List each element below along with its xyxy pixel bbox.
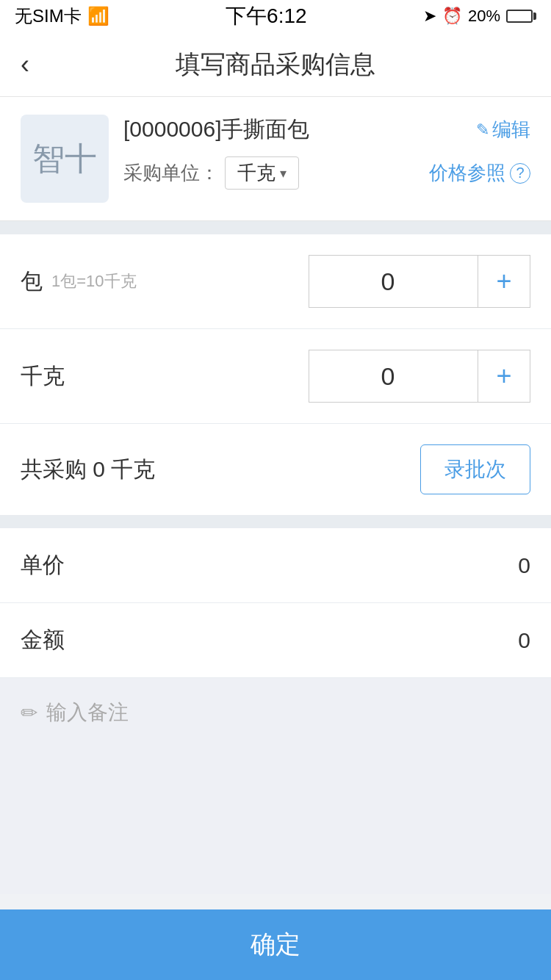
unit-price-row: 单价 0 (0, 528, 551, 603)
amount-row: 金额 0 (0, 603, 551, 678)
edit-icon: ✎ (476, 120, 489, 140)
help-icon: ? (510, 163, 530, 184)
record-batch-button[interactable]: 录批次 (420, 444, 530, 494)
product-unit-row: 采购单位： 千克 ▾ 价格参照 ? (123, 156, 530, 190)
battery-percent: 20% (468, 7, 500, 26)
bao-input-group: + (309, 255, 530, 308)
confirm-button-label: 确定 (251, 928, 300, 962)
chevron-down-icon: ▾ (280, 165, 287, 181)
kg-input-group: + (309, 350, 530, 403)
kg-plus-button[interactable]: + (478, 350, 530, 403)
product-card: 智十 [0000006]手撕面包 ✎ 编辑 采购单位： 千克 ▾ 价格参照 ? (0, 97, 551, 221)
nav-bar: ‹ 填写商品采购信息 (0, 32, 551, 97)
info-section: 单价 0 金额 0 (0, 528, 551, 678)
product-info: [0000006]手撕面包 ✎ 编辑 采购单位： 千克 ▾ 价格参照 ? (123, 115, 530, 190)
product-image: 智十 (21, 115, 109, 203)
unit-select[interactable]: 千克 ▾ (225, 156, 299, 190)
product-name: [0000006]手撕面包 (123, 115, 309, 145)
bao-label: 包 1包=10千克 (21, 267, 137, 297)
amount-label: 金额 (21, 625, 65, 655)
bao-quantity-input[interactable] (309, 255, 478, 308)
kg-label: 千克 (21, 361, 65, 392)
confirm-button[interactable]: 确定 (0, 909, 551, 980)
unit-price-label: 单价 (21, 550, 65, 580)
input-row-bao: 包 1包=10千克 + (0, 234, 551, 329)
product-logo: 智十 (32, 137, 97, 181)
bao-hint: 1包=10千克 (51, 270, 137, 292)
price-ref-label: 价格参照 (429, 160, 505, 186)
bottom-space (0, 747, 551, 894)
status-left: 无SIM卡 📶 (15, 4, 109, 28)
bao-plus-button[interactable]: + (478, 255, 530, 308)
divider-1 (0, 221, 551, 234)
edit-button[interactable]: ✎ 编辑 (476, 117, 530, 143)
battery-icon (506, 10, 536, 23)
product-header: [0000006]手撕面包 ✎ 编辑 (123, 115, 530, 145)
unit-label: 采购单位： 千克 ▾ (123, 156, 299, 190)
location-icon: ➤ (423, 7, 436, 26)
price-ref-button[interactable]: 价格参照 ? (429, 160, 530, 186)
edit-label: 编辑 (492, 117, 530, 143)
back-button[interactable]: ‹ (21, 49, 29, 80)
input-section: 包 1包=10千克 + 千克 + 共采购 0 千克 录批次 (0, 234, 551, 515)
summary-text: 共采购 0 千克 (21, 455, 155, 485)
page-title: 填写商品采购信息 (176, 48, 375, 82)
status-time: 下午6:12 (226, 2, 307, 30)
alarm-icon: ⏰ (442, 7, 462, 26)
note-section[interactable]: ✏ 输入备注 (0, 678, 551, 747)
wifi-icon: 📶 (87, 6, 109, 26)
status-right: ➤ ⏰ 20% (423, 7, 536, 26)
amount-value: 0 (518, 628, 530, 653)
unit-price-value: 0 (518, 553, 530, 578)
input-row-kg: 千克 + (0, 329, 551, 424)
pencil-icon: ✏ (21, 701, 37, 725)
carrier-text: 无SIM卡 (15, 4, 82, 28)
note-placeholder: 输入备注 (46, 699, 129, 727)
unit-value: 千克 (237, 160, 276, 186)
summary-row: 共采购 0 千克 录批次 (0, 424, 551, 515)
divider-2 (0, 515, 551, 528)
status-bar: 无SIM卡 📶 下午6:12 ➤ ⏰ 20% (0, 0, 551, 32)
kg-quantity-input[interactable] (309, 350, 478, 403)
